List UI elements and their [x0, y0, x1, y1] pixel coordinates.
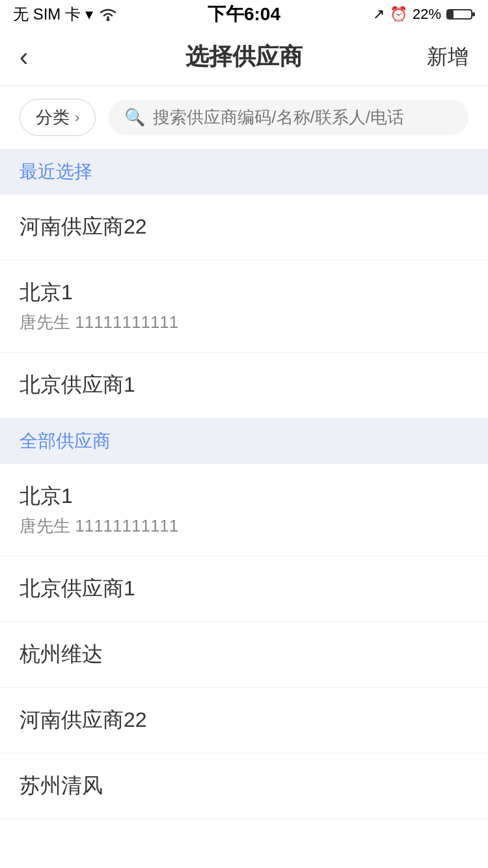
- battery-icon: [446, 7, 475, 21]
- nav-bar: ‹ 选择供应商 新增: [0, 29, 488, 86]
- wifi-icon: [98, 7, 118, 21]
- item-detail: 唐先生 11111111111: [20, 311, 468, 334]
- list-item[interactable]: 北京1唐先生 11111111111: [0, 260, 488, 353]
- item-name: 北京1: [20, 482, 468, 511]
- battery-label: 22%: [413, 6, 441, 23]
- item-name: 河南供应商22: [20, 213, 468, 241]
- item-detail: 唐先生 11111111111: [20, 515, 468, 537]
- svg-rect-3: [448, 10, 454, 18]
- item-name: 北京供应商1: [20, 575, 468, 603]
- category-filter-button[interactable]: 分类 ›: [20, 99, 96, 136]
- page-title: 选择供应商: [185, 41, 303, 73]
- back-button[interactable]: ‹: [20, 42, 59, 72]
- location-icon: ↗: [373, 6, 385, 23]
- list-item[interactable]: 北京供应商1: [0, 353, 488, 418]
- search-icon: 🔍: [124, 107, 145, 128]
- recent-section-header: 最近选择: [0, 149, 488, 195]
- item-name: 北京供应商1: [20, 371, 468, 400]
- filter-bar: 分类 › 🔍: [0, 86, 488, 149]
- item-name: 河南供应商22: [20, 706, 468, 735]
- recent-section-label: 最近选择: [20, 161, 92, 182]
- alarm-icon: ⏰: [390, 6, 407, 23]
- item-name: 苏州清风: [20, 772, 468, 800]
- list-item[interactable]: 北京1唐先生 11111111111: [0, 464, 488, 556]
- chevron-right-icon: ›: [75, 109, 79, 126]
- recent-items-list: 河南供应商22北京1唐先生 11111111111北京供应商1: [0, 195, 488, 418]
- all-section-header: 全部供应商: [0, 418, 488, 464]
- add-button[interactable]: 新增: [427, 43, 468, 72]
- list-item[interactable]: 苏州清风: [0, 753, 488, 819]
- item-name: 杭州维达: [20, 640, 468, 669]
- status-right: ↗ ⏰ 22%: [373, 6, 475, 23]
- all-section-label: 全部供应商: [20, 431, 111, 451]
- svg-rect-2: [472, 12, 475, 16]
- list-item[interactable]: 杭州维达: [0, 622, 488, 688]
- all-items-list: 北京1唐先生 11111111111北京供应商1杭州维达河南供应商22苏州清风: [0, 464, 488, 819]
- search-input[interactable]: [153, 107, 453, 128]
- list-item[interactable]: 北京供应商1: [0, 556, 488, 622]
- item-name: 北京1: [20, 278, 468, 307]
- list-item[interactable]: 河南供应商22: [0, 688, 488, 753]
- no-sim-label: 无 SIM 卡 ▾: [13, 4, 93, 25]
- svg-point-0: [106, 18, 109, 21]
- category-label: 分类: [36, 106, 70, 129]
- status-bar: 无 SIM 卡 ▾ 下午6:04 ↗ ⏰ 22%: [0, 0, 488, 29]
- status-time: 下午6:04: [208, 2, 280, 27]
- search-box[interactable]: 🔍: [109, 100, 468, 135]
- list-item[interactable]: 河南供应商22: [0, 195, 488, 260]
- status-left: 无 SIM 卡 ▾: [13, 4, 118, 25]
